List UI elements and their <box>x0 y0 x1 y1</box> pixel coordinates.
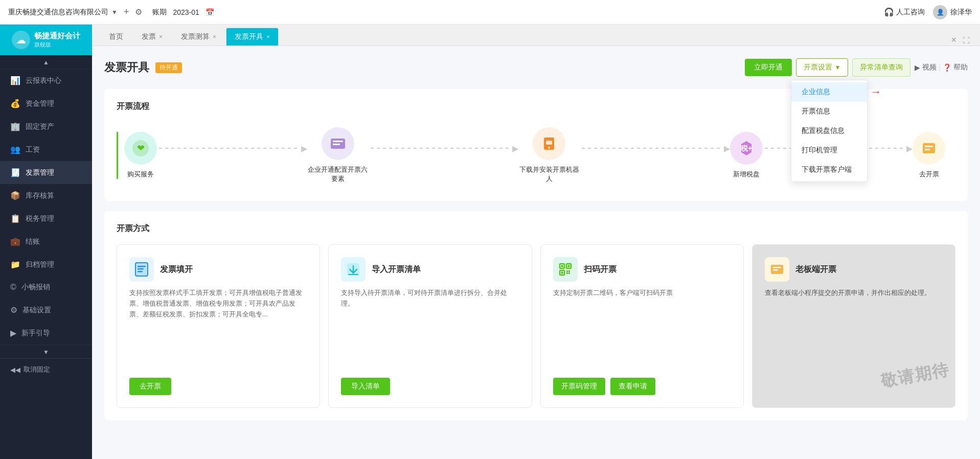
calendar-icon[interactable]: 📅 <box>206 8 214 16</box>
sidebar-item-jichushezhi[interactable]: ⚙ 基础设置 <box>0 299 92 322</box>
method-tian-button[interactable]: 去开票 <box>129 378 171 395</box>
settings-dropdown-icon: ▼ <box>834 64 840 71</box>
svg-rect-25 <box>567 265 569 267</box>
sidebar-item-xinshouyindao[interactable]: ▶ 新手引导 <box>0 322 92 345</box>
settings-button[interactable]: 开票设置 ▼ <box>796 58 848 77</box>
sidebar-item-guidang[interactable]: 📁 归档管理 <box>0 253 92 276</box>
method-saoma-button1[interactable]: 开票码管理 <box>553 378 605 395</box>
step5-label: 去开票 <box>919 170 939 179</box>
sidebar-item-xiaochang[interactable]: © 小畅报销 <box>0 276 92 299</box>
username: 徐泽华 <box>950 8 972 17</box>
logo-subtitle: 旗舰版 <box>34 41 80 49</box>
settings-label: 开票设置 <box>804 63 832 72</box>
dropdown-item-qiye[interactable]: 企业信息 → <box>791 82 867 102</box>
video-label[interactable]: 视频 <box>922 63 937 72</box>
tab-fapiaokaigu[interactable]: 发票开具 × <box>226 28 279 45</box>
step3-label: 下载并安装开票机器人 <box>518 165 580 183</box>
flow-arrow-3: ▶ <box>724 144 730 153</box>
company-name: 重庆畅捷交通信息咨询有限公司 <box>8 8 108 17</box>
user-info[interactable]: 👤 徐泽华 <box>933 5 972 19</box>
tab-kaigu-close[interactable]: × <box>266 33 270 40</box>
tab-fapiaocesuang[interactable]: 发票测算 × <box>172 28 225 45</box>
svg-rect-26 <box>561 272 563 274</box>
svg-rect-27 <box>566 270 568 272</box>
method-saoma-title: 扫码开票 <box>584 264 617 275</box>
method-daoru-desc: 支持导入待开票清单，可对待开票清单进行拆分、合并处理。 <box>341 288 519 372</box>
close-window-button[interactable]: × <box>949 35 959 45</box>
settings-icon[interactable]: ⚙ <box>135 7 142 17</box>
svg-rect-4 <box>333 144 340 145</box>
svg-text:税+: 税+ <box>740 144 751 152</box>
consultant-button[interactable]: 🎧 人工咨询 <box>884 7 925 17</box>
sidebar-item-shuiwu[interactable]: 📋 税务管理 <box>0 207 92 230</box>
avatar: 👤 <box>933 5 947 19</box>
xiaochang-icon: © <box>10 283 16 292</box>
method-tian-desc: 支持按照发票样式手工填开发票；可开具增值税电子普通发票、增值税普通发票、增值税专… <box>129 288 307 372</box>
tab-fapiao[interactable]: 发票 × <box>133 28 171 45</box>
dropdown-item-xiazai[interactable]: 下载开票客户端 <box>791 160 867 179</box>
svg-rect-6 <box>546 141 552 145</box>
sidebar-item-gudingzichan[interactable]: 🏢 固定资产 <box>0 115 92 138</box>
kucun-icon: 📦 <box>10 191 20 200</box>
dropdown-item-peizhi[interactable]: 配置税盘信息 <box>791 121 867 141</box>
red-arrow: → <box>870 85 881 99</box>
flow-connector-3 <box>582 148 722 149</box>
sidebar-item-yunbao[interactable]: 📊 云报表中心 <box>0 69 92 92</box>
scroll-down-icon[interactable]: ▼ <box>43 349 49 356</box>
topbar-right: 🎧 人工咨询 👤 徐泽华 <box>884 5 972 19</box>
activate-button[interactable]: 立即开通 <box>745 59 792 76</box>
dropdown-item-dayin[interactable]: 打印机管理 <box>791 141 867 160</box>
abnormal-button[interactable]: 异常清单查询 <box>852 58 910 77</box>
flow-connector-2 <box>371 148 511 149</box>
method-daoru-title: 导入开票清单 <box>372 264 421 275</box>
svg-text:❤: ❤ <box>137 143 145 153</box>
svg-rect-15 <box>138 266 146 267</box>
svg-rect-30 <box>568 272 570 274</box>
content-area: 首页 发票 × 发票测算 × 发票开具 × × ⛶ 发票开具 <box>92 25 980 459</box>
add-company-icon[interactable]: + <box>124 7 129 17</box>
method-saoma-button2[interactable]: 查看申请 <box>610 378 655 395</box>
svg-rect-12 <box>925 149 930 150</box>
help-label[interactable]: 帮助 <box>953 63 968 72</box>
tab-fapiao-close[interactable]: × <box>159 33 163 40</box>
scroll-up-icon[interactable]: ▲ <box>43 59 49 66</box>
tab-home[interactable]: 首页 <box>100 28 132 45</box>
flow-step-5: 去开票 <box>913 132 945 179</box>
sidebar-item-zijin[interactable]: 💰 资金管理 <box>0 92 92 115</box>
dropdown-item-kaipiao[interactable]: 开票信息 <box>791 102 867 121</box>
jichushezhi-icon: ⚙ <box>10 305 17 315</box>
svg-rect-29 <box>566 272 568 274</box>
svg-rect-16 <box>138 268 144 270</box>
sidebar-item-fapiao[interactable]: 🧾 发票管理 <box>0 161 92 184</box>
method-card-laoban: 老板端开票 查看老板端小程序提交的开票申请，并作出相应的处理。 敬请期待 <box>752 244 955 408</box>
sidebar-item-gongzi[interactable]: 👥 工资 <box>0 138 92 161</box>
flow-connector-1 <box>159 148 299 149</box>
sidebar-item-jiezhang[interactable]: 💼 结账 <box>0 230 92 253</box>
flow-step-1: ❤ 购买服务 <box>117 132 157 179</box>
maximize-window-button[interactable]: ⛶ <box>961 36 972 44</box>
headset-icon: 🎧 <box>884 7 894 17</box>
methods-grid: 发票填开 支持按照发票样式手工填开发票；可开具增值税电子普通发票、增值税普通发票… <box>117 244 955 408</box>
sidebar-item-kucun[interactable]: 📦 库存核算 <box>0 184 92 207</box>
svg-rect-10 <box>923 143 935 153</box>
cancel-fixed-button[interactable]: ◀◀ 取消固定 <box>0 358 92 380</box>
help-icon: ❓ <box>943 63 951 72</box>
sidebar-logo: ☁ 畅捷通好会计 旗舰版 <box>0 25 92 55</box>
company-selector[interactable]: 重庆畅捷交通信息咨询有限公司 ▼ <box>8 8 118 17</box>
period-value: 2023-01 <box>173 8 199 16</box>
header-actions: 立即开通 开票设置 ▼ 异常清单查询 ▶ 视频 | ❓ 帮助 <box>745 58 968 77</box>
gudingzichan-icon: 🏢 <box>10 122 20 131</box>
svg-rect-33 <box>773 269 778 271</box>
consultant-label: 人工咨询 <box>896 8 925 17</box>
flow-arrow-1: ▶ <box>301 144 307 153</box>
gongzi-icon: 👥 <box>10 145 20 154</box>
method-daoru-button[interactable]: 导入清单 <box>341 378 390 395</box>
play-icon: ▶ <box>915 63 920 72</box>
methods-section-title: 开票方式 <box>117 223 955 234</box>
tab-cesuang-close[interactable]: × <box>213 33 216 40</box>
video-help-area: ▶ 视频 | ❓ 帮助 <box>915 63 968 72</box>
svg-rect-32 <box>773 267 781 268</box>
svg-point-7 <box>548 147 550 149</box>
step4-label: 新增税盘 <box>733 170 760 179</box>
cancel-icon: ◀◀ <box>10 366 20 374</box>
